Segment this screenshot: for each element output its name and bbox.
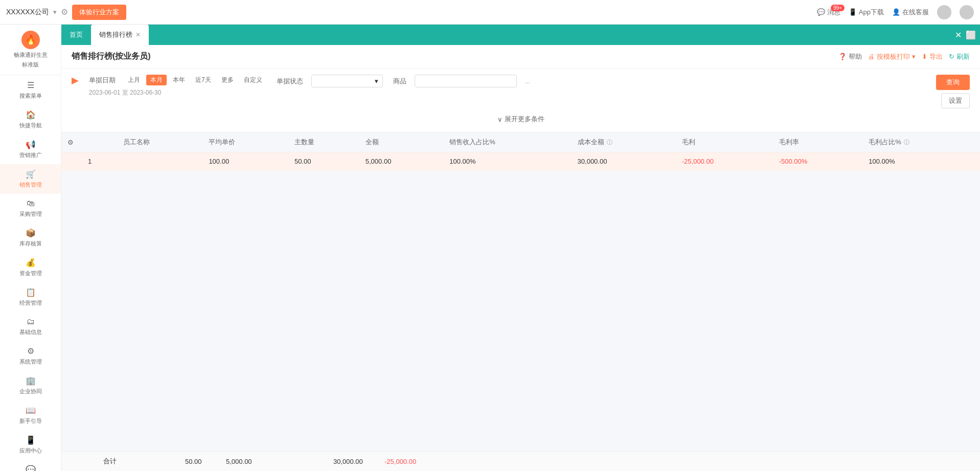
sales-ranking-tab-label: 销售排行榜 — [99, 30, 132, 39]
status-select[interactable]: ▾ — [311, 75, 383, 87]
sidebar-label-purchase: 采购管理 — [19, 210, 42, 218]
cell-cost-amount: 30,000.00 — [572, 152, 676, 171]
col-settings[interactable]: ⚙ — [61, 132, 82, 152]
sidebar-item-basic-info[interactable]: 🗂 基础信息 — [0, 312, 61, 341]
refresh-button[interactable]: ↻ 刷新 — [949, 52, 970, 61]
filter-section: ▶ 单据日期 上月 本月 本年 近7天 更多 自定义 — [72, 75, 970, 108]
cell-employee — [117, 152, 203, 171]
system-icon: ⚙ — [27, 346, 34, 356]
cell-gross-pct: 100.00% — [862, 152, 980, 171]
message-button[interactable]: 💬 消息 99+ — [817, 8, 840, 17]
logo-icon: 🔥 — [21, 31, 40, 49]
help-button[interactable]: ❓ 帮助 — [838, 52, 862, 61]
shortcut-more[interactable]: 更多 — [217, 75, 238, 85]
home-tab-label: 首页 — [70, 30, 83, 39]
col-gross-rate: 毛利率 — [773, 132, 863, 152]
shortcut-this-month[interactable]: 本月 — [146, 75, 167, 85]
sidebar-item-sales[interactable]: 🛒 销售管理 — [0, 164, 61, 194]
message-icon: 💬 — [817, 8, 825, 16]
operations-icon: 📋 — [26, 287, 36, 297]
table-header-row: ⚙ 员工名称 平均单价 主数量 全额 销售收入占比% 成本全额 ⓘ — [61, 132, 980, 152]
col-rank — [82, 132, 117, 152]
cell-amount: 5,000.00 — [359, 152, 443, 171]
tab-sales-ranking[interactable]: 销售排行榜 ✕ — [91, 25, 149, 45]
expand-more-conditions-button[interactable]: ∨ 展开更多条件 — [72, 113, 970, 126]
cell-settings — [61, 152, 82, 171]
company-name: XXXXXX公司 — [6, 8, 49, 17]
sidebar-logo: 🔥 畅康通好生意 标准版 — [0, 25, 61, 75]
shortcut-last-month[interactable]: 上月 — [124, 75, 144, 85]
cell-sales-pct: 100.00% — [443, 152, 571, 171]
refresh-label: 刷新 — [956, 52, 970, 61]
gross-pct-info-icon[interactable]: ⓘ — [904, 139, 909, 145]
goods-filter: 商品 ... — [393, 75, 530, 87]
footer-amount: 5,000.00 — [226, 458, 277, 465]
table-footer: 合计 50.00 5,000.00 30,000.00 -25,000.00 — [61, 451, 980, 471]
company-settings-icon[interactable]: ⚙ — [61, 7, 68, 17]
footer-cost-amount: 30,000.00 — [333, 458, 384, 465]
cell-avg-price: 100.00 — [202, 152, 288, 171]
shortcut-7days[interactable]: 近7天 — [191, 75, 215, 85]
sidebar-label-system: 系统管理 — [19, 358, 42, 366]
company-dropdown-icon[interactable]: ▾ — [53, 8, 57, 16]
table-settings-icon[interactable]: ⚙ — [67, 139, 74, 146]
goods-label: 商品 — [393, 77, 406, 86]
sidebar-label-finance: 资金管理 — [19, 270, 42, 277]
query-button[interactable]: 查询 — [936, 75, 970, 90]
top-bar: XXXXXX公司 ▾ ⚙ 体验行业方案 💬 消息 99+ 📱 App下载 👤 在… — [0, 0, 980, 25]
sidebar-item-inventory[interactable]: 📦 库存核算 — [0, 223, 61, 253]
sidebar-item-search-order[interactable]: ☰ 搜索菜单 — [0, 75, 61, 105]
table-area: ⚙ 员工名称 平均单价 主数量 全额 销售收入占比% 成本全额 ⓘ — [61, 132, 980, 171]
tab-bar-actions: ✕ ⬜ — [951, 30, 980, 40]
status-filter: 单据状态 ▾ — [277, 75, 383, 87]
app-download-button[interactable]: 📱 App下载 — [849, 8, 884, 17]
service-icon: 👤 — [892, 8, 900, 16]
trial-button[interactable]: 体验行业方案 — [72, 5, 126, 20]
goods-more-icon[interactable]: ... — [525, 78, 530, 85]
quick-nav-icon: 🏠 — [26, 110, 36, 120]
sales-icon: 🛒 — [26, 169, 36, 179]
page-content: 销售排行榜(按业务员) ❓ 帮助 🖨 按模板打印 ▾ ⬇ 导出 — [61, 45, 980, 471]
sidebar-item-wechat[interactable]: 💬 企业微信 — [0, 460, 61, 471]
table-row: 1 100.00 50.00 5,000.00 100.00% 30,000.0… — [61, 152, 980, 171]
filter-settings-button[interactable]: 设置 — [941, 93, 970, 108]
sidebar-item-quick-nav[interactable]: 🏠 快捷导航 — [0, 105, 61, 134]
shortcut-this-year[interactable]: 本年 — [169, 75, 189, 85]
message-badge: 99+ — [831, 5, 845, 11]
date-filter-row: 单据日期 上月 本月 本年 近7天 更多 自定义 — [89, 75, 266, 85]
tab-maximize-icon[interactable]: ⬜ — [966, 30, 976, 40]
avatar-2[interactable] — [960, 5, 974, 19]
template-print-button[interactable]: 🖨 按模板打印 ▾ — [868, 52, 916, 61]
help-icon: ❓ — [838, 53, 847, 60]
sidebar-item-enterprise[interactable]: 🏢 企业协同 — [0, 371, 61, 400]
status-label: 单据状态 — [277, 77, 303, 86]
online-service-button[interactable]: 👤 在线客服 — [892, 8, 929, 17]
tab-close-icon[interactable]: ✕ — [135, 31, 141, 38]
avatar[interactable] — [937, 5, 951, 19]
date-shortcuts: 上月 本月 本年 近7天 更多 自定义 — [124, 75, 266, 85]
guide-icon: 📖 — [26, 406, 36, 415]
finance-icon: 💰 — [26, 258, 36, 267]
status-filter-row: 单据状态 ▾ — [277, 75, 383, 87]
sidebar-item-marketing[interactable]: 📢 营销推广 — [0, 134, 61, 164]
sidebar-item-guide[interactable]: 📖 新手引导 — [0, 400, 61, 430]
sidebar-item-purchase[interactable]: 🛍 采购管理 — [0, 194, 61, 223]
tab-home[interactable]: 首页 — [61, 25, 91, 45]
cost-info-icon[interactable]: ⓘ — [607, 139, 612, 145]
sidebar-item-finance[interactable]: 💰 资金管理 — [0, 253, 61, 282]
sidebar-item-app-center[interactable]: 📱 应用中心 — [0, 430, 61, 460]
sidebar-item-system[interactable]: ⚙ 系统管理 — [0, 341, 61, 371]
filter-expand-arrow-icon[interactable]: ▶ — [72, 75, 79, 86]
goods-input[interactable] — [415, 75, 517, 87]
sidebar-label-marketing: 营销推广 — [19, 151, 42, 159]
export-label: 导出 — [929, 52, 943, 61]
print-dropdown-icon[interactable]: ▾ — [912, 53, 916, 60]
tab-close-window-icon[interactable]: ✕ — [955, 30, 962, 40]
shortcut-custom[interactable]: 自定义 — [240, 75, 266, 85]
date-label: 单据日期 — [89, 76, 116, 85]
service-label: 在线客服 — [902, 8, 929, 17]
col-main-qty: 主数量 — [288, 132, 359, 152]
export-button[interactable]: ⬇ 导出 — [922, 52, 943, 61]
page-header: 销售排行榜(按业务员) ❓ 帮助 🖨 按模板打印 ▾ ⬇ 导出 — [61, 45, 980, 69]
sidebar-item-operations[interactable]: 📋 经营管理 — [0, 282, 61, 312]
